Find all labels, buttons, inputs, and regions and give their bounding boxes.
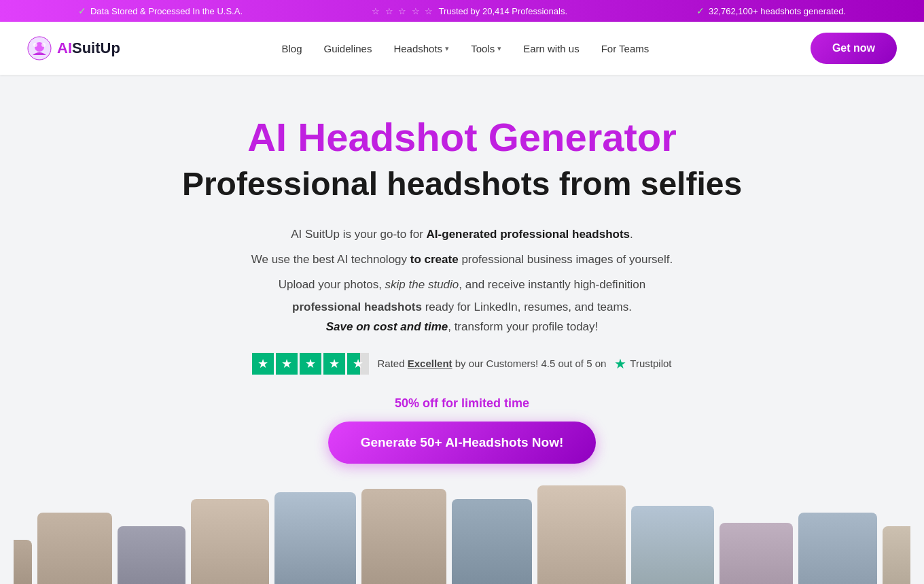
headshot-6 [361, 489, 446, 584]
offer-text: 50% off for limited time [14, 396, 910, 411]
trustpilot-row: ★ ★ ★ ★ ★ Rated Excellent by our Custome… [14, 353, 910, 375]
logo[interactable]: AISuitUp [27, 36, 120, 61]
headshot-9 [631, 506, 714, 584]
hero-desc-1: AI SuitUp is your go-to for AI-generated… [14, 225, 910, 245]
nav-headshots[interactable]: Headshots ▾ [385, 37, 457, 60]
star-3: ★ [300, 353, 321, 375]
trustpilot-logo: ★ Trustpilot [614, 356, 671, 372]
banner-text-3: 32,762,100+ headshots generated. [709, 6, 846, 16]
banner-stars: ☆ ☆ ☆ ☆ ☆ [372, 6, 434, 16]
headshot-11 [798, 513, 877, 584]
svg-point-3 [41, 43, 46, 47]
headshot-7 [452, 499, 532, 584]
banner-text-2: Trusted by 20,414 Professionals. [438, 6, 567, 16]
hero-save-text: Save on cost and time, transform your pr… [14, 320, 910, 334]
get-now-button[interactable]: Get now [811, 33, 897, 64]
banner-text-1: Data Stored & Processed In the U.S.A. [90, 6, 243, 16]
headshot-4 [191, 499, 269, 584]
hero-desc-4: professional headshots ready for LinkedI… [14, 298, 910, 317]
hero-title-colored: AI Headshot Generator [14, 116, 910, 159]
headshot-10 [719, 523, 793, 584]
headshot-3 [118, 526, 185, 584]
generate-button[interactable]: Generate 50+ AI-Headshots Now! [328, 422, 597, 464]
banner-item-1: ✓ Data Stored & Processed In the U.S.A. [78, 5, 243, 16]
star-4: ★ [323, 353, 345, 375]
trustpilot-text: Rated Excellent by our Customers! 4.5 ou… [377, 358, 606, 369]
banner-item-3: ✓ 32,762,100+ headshots generated. [696, 5, 846, 16]
svg-point-2 [33, 43, 37, 47]
nav-tools[interactable]: Tools ▾ [463, 37, 510, 60]
check-icon-1: ✓ [78, 5, 86, 16]
check-icon-2: ✓ [696, 5, 705, 16]
headshot-8 [537, 485, 626, 584]
tools-chevron-icon: ▾ [497, 44, 501, 53]
headshot-2 [37, 513, 112, 584]
nav-blog[interactable]: Blog [273, 37, 310, 60]
nav-teams[interactable]: For Teams [593, 37, 658, 60]
star-5-half: ★ [347, 353, 369, 375]
hero-desc-2: We use the best AI technology to create … [14, 250, 910, 270]
trustpilot-stars: ★ ★ ★ ★ ★ [252, 353, 369, 375]
logo-icon [27, 36, 52, 61]
hero-desc-3: Upload your photos, skip the studio, and… [14, 275, 910, 295]
headshot-gallery [14, 485, 910, 584]
navbar: AISuitUp Blog Guidelines Headshots ▾ Too… [0, 22, 924, 75]
hero-section: AI Headshot Generator Professional heads… [0, 75, 924, 584]
headshot-5 [274, 492, 356, 584]
headshot-1 [14, 540, 32, 584]
top-banner: ✓ Data Stored & Processed In the U.S.A. … [0, 0, 924, 22]
star-2: ★ [276, 353, 298, 375]
nav-earn[interactable]: Earn with us [515, 37, 588, 60]
headshot-12 [883, 526, 911, 584]
nav-links: Blog Guidelines Headshots ▾ Tools ▾ Earn… [273, 37, 657, 60]
hero-title-black: Professional headshots from selfies [14, 165, 910, 204]
headshots-chevron-icon: ▾ [445, 44, 449, 53]
star-1: ★ [252, 353, 274, 375]
trustpilot-tp-star: ★ [614, 356, 626, 372]
banner-item-2: ☆ ☆ ☆ ☆ ☆ Trusted by 20,414 Professional… [372, 6, 567, 16]
logo-text: AISuitUp [57, 39, 120, 57]
nav-guidelines[interactable]: Guidelines [316, 37, 380, 60]
